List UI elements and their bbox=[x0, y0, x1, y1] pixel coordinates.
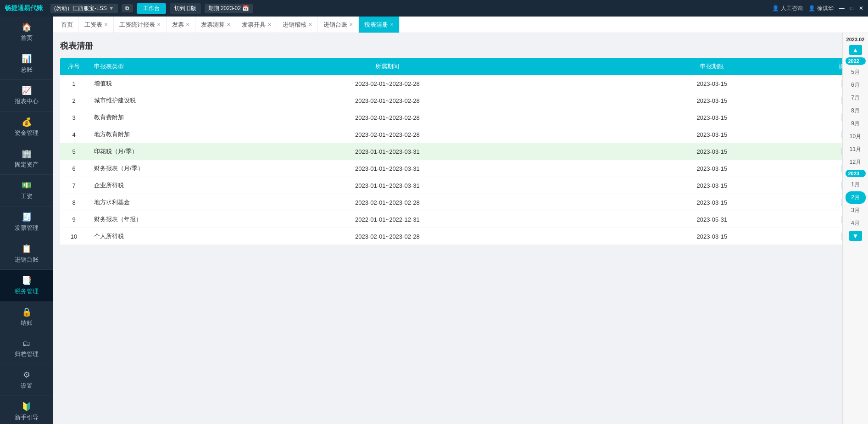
content-area: 首页工资表✕工资统计报表✕发票✕发票测算✕发票开具✕进销稽核✕进销台账✕税表清册… bbox=[53, 17, 868, 424]
sidebar-label-fixed-assets: 固定资产 bbox=[15, 161, 39, 169]
tab-label-salary-table: 工资表 bbox=[84, 21, 102, 29]
cell-period: 2023-01-01~2023-03-31 bbox=[179, 160, 595, 177]
sidebar-item-report-center[interactable]: 📈报表中心 bbox=[0, 80, 53, 112]
workbench-button[interactable]: 工作台 bbox=[137, 3, 166, 14]
copy-icon-btn[interactable]: ⧉ bbox=[122, 4, 133, 12]
user-profile-btn[interactable]: 👤 徐淇华 bbox=[808, 5, 834, 12]
tab-salary-table[interactable]: 工资表✕ bbox=[79, 17, 114, 33]
cell-seq: 3 bbox=[60, 109, 88, 126]
app-logo: 畅捷通易代账 bbox=[5, 4, 43, 12]
cal-month-2023-1月[interactable]: 1月 bbox=[846, 179, 866, 191]
cell-deadline: 2023-03-15 bbox=[595, 126, 829, 143]
table-row: 10 个人所得税 2023-02-01~2023-02-28 2023-03-1… bbox=[60, 228, 861, 245]
cal-year-2023: 2023 bbox=[846, 170, 866, 177]
cal-down-button[interactable]: ▼ bbox=[849, 231, 862, 241]
tab-invoice-calc[interactable]: 发票测算✕ bbox=[195, 17, 236, 33]
sidebar-icon-report-center: 📈 bbox=[22, 85, 32, 95]
cal-up-button[interactable]: ▲ bbox=[849, 45, 862, 55]
table-row: 9 财务报表（年报） 2022-01-01~2022-12-31 2023-05… bbox=[60, 211, 861, 228]
tab-close-invoice[interactable]: ✕ bbox=[186, 22, 189, 27]
table-header-row: 序号 申报表类型 所属期间 申报期限 操作 bbox=[60, 58, 861, 75]
sidebar-label-close: 结账 bbox=[21, 319, 33, 327]
cell-deadline: 2023-03-15 bbox=[595, 109, 829, 126]
cell-seq: 7 bbox=[60, 177, 88, 194]
cal-month-8月[interactable]: 8月 bbox=[846, 105, 866, 117]
sidebar-label-tax-mgmt: 税务管理 bbox=[15, 287, 39, 296]
close-btn[interactable]: ✕ bbox=[859, 5, 863, 11]
cal-month-12月[interactable]: 12月 bbox=[846, 156, 866, 168]
maximize-btn[interactable]: □ bbox=[850, 5, 853, 11]
cell-type: 增值税 bbox=[88, 75, 179, 92]
cell-seq: 2 bbox=[60, 92, 88, 109]
cell-seq: 4 bbox=[60, 126, 88, 143]
tab-close-salary-stats[interactable]: ✕ bbox=[157, 22, 161, 27]
table-row: 2 城市维护建设税 2023-02-01~2023-02-28 2023-03-… bbox=[60, 92, 861, 109]
cell-seq: 5 bbox=[60, 143, 88, 160]
cal-month-2023-3月[interactable]: 3月 bbox=[846, 204, 866, 217]
table-row: 4 地方教育附加 2023-02-01~2023-02-28 2023-03-1… bbox=[60, 126, 861, 143]
tab-close-invoice-open[interactable]: ✕ bbox=[267, 22, 271, 27]
sidebar-item-close[interactable]: 🔒结账 bbox=[0, 301, 53, 333]
tab-tax-clearance[interactable]: 税表清册✕ bbox=[359, 17, 400, 33]
tab-label-invoice-calc: 发票测算 bbox=[201, 21, 225, 29]
cell-period: 2023-02-01~2023-02-28 bbox=[179, 126, 595, 143]
cal-month-7月[interactable]: 7月 bbox=[846, 92, 866, 104]
tab-label-home: 首页 bbox=[61, 21, 73, 29]
cell-seq: 9 bbox=[60, 211, 88, 228]
cal-month-2023-2月[interactable]: 2月 bbox=[846, 191, 866, 204]
calendar-panel: 2023.02 ▲ 20225月6月7月8月9月10月11月12月20231月2… bbox=[842, 33, 868, 424]
tab-close-tax-clearance[interactable]: ✕ bbox=[390, 22, 394, 27]
sidebar-icon-general-ledger: 📊 bbox=[22, 54, 32, 64]
sidebar-label-sales-ledger: 进销台账 bbox=[15, 256, 39, 264]
tab-home[interactable]: 首页 bbox=[56, 17, 79, 33]
sidebar-item-guide[interactable]: 🔰新手引导 bbox=[0, 396, 53, 424]
cell-deadline: 2023-03-15 bbox=[595, 92, 829, 109]
cal-month-10月[interactable]: 10月 bbox=[846, 130, 866, 143]
cal-month-9月[interactable]: 9月 bbox=[846, 117, 866, 130]
sidebar-item-tax-mgmt[interactable]: 📑税务管理 bbox=[0, 270, 53, 301]
tab-salary-stats[interactable]: 工资统计报表✕ bbox=[114, 17, 167, 33]
sidebar-item-settings[interactable]: ⚙设置 bbox=[0, 364, 53, 396]
sidebar-item-home[interactable]: 🏠首页 bbox=[0, 17, 53, 48]
company-selector[interactable]: (勿动）江西服宝-LSS ▼ bbox=[50, 4, 118, 13]
sidebar-item-invoice-mgmt[interactable]: 🧾发票管理 bbox=[0, 206, 53, 238]
tab-close-sales-verify[interactable]: ✕ bbox=[308, 22, 312, 27]
tab-sales-ledger-tab[interactable]: 进销台账✕ bbox=[318, 17, 359, 33]
sidebar-item-salary[interactable]: 💵工资 bbox=[0, 175, 53, 206]
sidebar-item-fixed-assets[interactable]: 🏢固定资产 bbox=[0, 143, 53, 175]
cal-month-5月[interactable]: 5月 bbox=[846, 66, 866, 78]
sidebar-item-sales-ledger[interactable]: 📋进销台账 bbox=[0, 238, 53, 270]
switch-old-button[interactable]: 切到旧版 bbox=[170, 3, 201, 14]
tab-invoice[interactable]: 发票✕ bbox=[167, 17, 195, 33]
tab-label-invoice: 发票 bbox=[172, 21, 184, 29]
sidebar-label-archive: 归档管理 bbox=[15, 350, 39, 358]
sidebar-item-general-ledger[interactable]: 📊总账 bbox=[0, 48, 53, 80]
sidebar-label-salary: 工资 bbox=[21, 192, 33, 201]
cell-seq: 8 bbox=[60, 194, 88, 211]
tab-bar: 首页工资表✕工资统计报表✕发票✕发票测算✕发票开具✕进销稽核✕进销台账✕税表清册… bbox=[53, 17, 868, 33]
tab-sales-verify[interactable]: 进销稽核✕ bbox=[277, 17, 318, 33]
tab-invoice-open[interactable]: 发票开具✕ bbox=[236, 17, 277, 33]
cell-period: 2023-02-01~2023-02-28 bbox=[179, 92, 595, 109]
tab-close-invoice-calc[interactable]: ✕ bbox=[227, 22, 230, 27]
sidebar-item-fund-mgmt[interactable]: 💰资金管理 bbox=[0, 112, 53, 143]
sidebar-icon-sales-ledger: 📋 bbox=[22, 244, 32, 254]
cell-deadline: 2023-03-15 bbox=[595, 177, 829, 194]
tab-close-salary-table[interactable]: ✕ bbox=[104, 22, 108, 27]
tab-label-salary-stats: 工资统计报表 bbox=[119, 21, 155, 29]
cal-month-11月[interactable]: 11月 bbox=[846, 143, 866, 156]
sidebar-icon-salary: 💵 bbox=[22, 180, 32, 190]
cell-seq: 1 bbox=[60, 75, 88, 92]
tab-label-invoice-open: 发票开具 bbox=[242, 21, 266, 29]
minimize-btn[interactable]: — bbox=[839, 5, 845, 11]
ai-consult-btn[interactable]: 👤 人工咨询 bbox=[772, 5, 803, 12]
page-header: 税表清册 ↻ 刷新 bbox=[60, 40, 861, 51]
sidebar-icon-fixed-assets: 🏢 bbox=[22, 149, 32, 159]
cal-month-6月[interactable]: 6月 bbox=[846, 79, 866, 91]
cal-month-2023-4月[interactable]: 4月 bbox=[846, 217, 866, 229]
cell-deadline: 2023-03-15 bbox=[595, 143, 829, 160]
col-seq: 序号 bbox=[60, 58, 88, 75]
sidebar-item-archive[interactable]: 🗂归档管理 bbox=[0, 333, 53, 364]
cell-seq: 6 bbox=[60, 160, 88, 177]
tab-close-sales-ledger-tab[interactable]: ✕ bbox=[349, 22, 353, 27]
